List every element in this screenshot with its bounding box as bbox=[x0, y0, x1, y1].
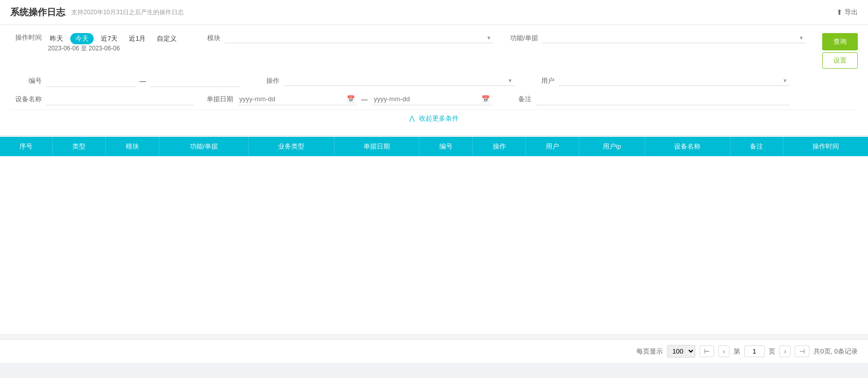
page-number-input[interactable] bbox=[744, 345, 765, 357]
time-options: 昨天 今天 近7天 近1月 自定义 bbox=[46, 33, 181, 44]
table-header-cell: 操作时间 bbox=[783, 137, 868, 156]
time-btn-1month[interactable]: 近1月 bbox=[125, 33, 150, 44]
code-input-end[interactable] bbox=[150, 75, 240, 87]
pagination-bar: 每页显示 100 50 200 ⊢ ‹ 第 页 › ⊣ 共0页, 0条记录 bbox=[0, 339, 868, 363]
device-input[interactable] bbox=[46, 93, 193, 105]
last-page-button[interactable]: ⊣ bbox=[795, 345, 809, 357]
table-section: 序号类型模块功能/单据业务类型单据日期编号操作用户用户ip设备名称备注操作时间 bbox=[0, 137, 868, 334]
table-header-cell: 操作 bbox=[472, 137, 525, 156]
export-icon: ⬆ bbox=[836, 8, 843, 16]
table-header-cell: 模块 bbox=[106, 137, 159, 156]
operation-label: 操作 bbox=[248, 76, 284, 85]
per-page-select[interactable]: 100 50 200 bbox=[667, 345, 695, 358]
code-label: 编号 bbox=[10, 76, 46, 85]
table-header-cell: 用户ip bbox=[579, 137, 645, 156]
page-label-post: 页 bbox=[769, 347, 775, 356]
remark-input[interactable] bbox=[536, 93, 790, 105]
function-dropdown-icon: ▼ bbox=[799, 35, 804, 41]
voucher-date-label: 单据日期 bbox=[202, 95, 237, 104]
export-button[interactable]: ⬆ 导出 bbox=[836, 8, 858, 17]
table-header-cell: 编号 bbox=[419, 137, 472, 156]
table-header-cell: 设备名称 bbox=[645, 137, 730, 156]
module-dropdown-icon: ▼ bbox=[486, 35, 491, 41]
table-header-cell: 类型 bbox=[52, 137, 105, 156]
remark-label: 备注 bbox=[500, 95, 536, 104]
table-header-cell: 业务类型 bbox=[249, 137, 334, 156]
collapse-icon: ⋀ bbox=[409, 114, 415, 122]
function-select[interactable]: ▼ bbox=[542, 33, 806, 43]
time-range-text: 2023-06-06 至 2023-06-06 bbox=[48, 44, 181, 53]
device-label: 设备名称 bbox=[10, 95, 46, 104]
time-btn-yesterday[interactable]: 昨天 bbox=[46, 33, 67, 44]
prev-page-button[interactable]: ‹ bbox=[718, 345, 730, 357]
module-select[interactable]: ▼ bbox=[225, 33, 493, 43]
page-title: 系统操作日志 bbox=[10, 6, 65, 18]
table-header-cell: 功能/单据 bbox=[159, 137, 248, 156]
time-btn-today[interactable]: 今天 bbox=[70, 33, 94, 44]
function-label: 功能/单据 bbox=[501, 34, 542, 43]
filter-section: 操作时间 昨天 今天 近7天 近1月 自定义 2023-06-06 至 2023… bbox=[0, 25, 868, 136]
table-header: 序号类型模块功能/单据业务类型单据日期编号操作用户用户ip设备名称备注操作时间 bbox=[0, 137, 868, 156]
operation-dropdown-icon: ▼ bbox=[508, 78, 513, 83]
date-end-input[interactable] bbox=[374, 95, 481, 103]
date-dash: — bbox=[359, 96, 370, 103]
setting-button[interactable]: 设置 bbox=[822, 52, 858, 69]
scrollbar-inner bbox=[0, 335, 868, 339]
user-dropdown-icon: ▼ bbox=[782, 78, 788, 83]
page-header: 系统操作日志 支持2020年10月31日之后产生的操作日志 ⬆ 导出 bbox=[0, 0, 868, 25]
time-btn-custom[interactable]: 自定义 bbox=[153, 33, 181, 44]
action-buttons: 查询 设置 bbox=[822, 33, 858, 69]
scrollbar-area[interactable] bbox=[0, 334, 868, 339]
module-label: 模块 bbox=[189, 34, 225, 43]
collapse-label: 收起更多条件 bbox=[419, 114, 459, 122]
table-header-cell: 用户 bbox=[526, 137, 579, 156]
code-dash: — bbox=[135, 77, 150, 85]
next-page-button[interactable]: › bbox=[779, 345, 791, 357]
table-header-cell: 单据日期 bbox=[334, 137, 419, 156]
first-page-button[interactable]: ⊢ bbox=[699, 345, 714, 357]
code-input-start[interactable] bbox=[46, 75, 135, 87]
operation-select[interactable]: ▼ bbox=[284, 76, 515, 86]
empty-area bbox=[0, 156, 868, 334]
total-label: 共0页, 0条记录 bbox=[814, 347, 858, 356]
query-button[interactable]: 查询 bbox=[822, 33, 858, 50]
date-start-input[interactable] bbox=[239, 95, 347, 103]
user-label: 用户 bbox=[523, 76, 558, 85]
calendar-icon-start[interactable]: 📅 bbox=[347, 95, 355, 103]
table-header-cell: 序号 bbox=[0, 137, 52, 156]
time-label: 操作时间 bbox=[10, 33, 46, 42]
export-label: 导出 bbox=[845, 8, 858, 17]
data-table: 序号类型模块功能/单据业务类型单据日期编号操作用户用户ip设备名称备注操作时间 bbox=[0, 137, 868, 156]
collapse-bar[interactable]: ⋀ 收起更多条件 bbox=[10, 109, 858, 127]
calendar-icon-end[interactable]: 📅 bbox=[482, 95, 490, 103]
table-header-cell: 备注 bbox=[730, 137, 783, 156]
page-label-pre: 第 bbox=[734, 347, 740, 356]
time-btn-7days[interactable]: 近7天 bbox=[97, 33, 122, 44]
page-subtitle: 支持2020年10月31日之后产生的操作日志 bbox=[71, 8, 184, 17]
user-select[interactable]: ▼ bbox=[558, 76, 790, 86]
per-page-label: 每页显示 bbox=[636, 347, 663, 356]
